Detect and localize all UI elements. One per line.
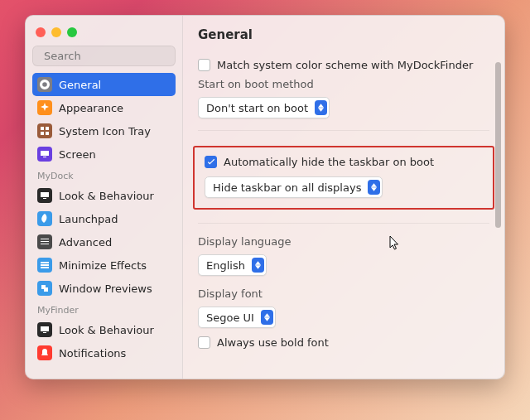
group-color-scheme: Match system color scheme with MyDockFin…	[198, 54, 489, 130]
display-icon	[37, 188, 52, 203]
windows-icon	[37, 281, 52, 296]
dropdown-arrows-icon	[261, 310, 273, 325]
sidebar-item-label: Window Previews	[59, 282, 152, 295]
sidebar-item-label: Notifications	[59, 347, 126, 360]
font-value: Segoe UI	[206, 311, 254, 324]
settings-window: GeneralAppearanceSystem Icon TrayScreenM…	[25, 15, 505, 379]
main-panel: General Match system color scheme with M…	[183, 16, 504, 379]
sidebar-item-label: General	[59, 79, 101, 91]
search-input[interactable]	[44, 50, 185, 62]
sidebar-item-label: Look & Behaviour	[59, 324, 154, 336]
sidebar-item-notif[interactable]: Notifications	[32, 341, 176, 364]
sidebar-item-label: System Icon Tray	[59, 125, 151, 138]
highlight-box: Automatically hide the taskbar on boot H…	[193, 146, 494, 210]
sidebar-item-appearance[interactable]: Appearance	[32, 96, 176, 119]
close-button[interactable]	[36, 27, 46, 37]
gear-icon	[37, 77, 52, 92]
zoom-button[interactable]	[67, 27, 77, 37]
search-field[interactable]	[32, 46, 176, 66]
sidebar-item-advanced[interactable]: Advanced	[32, 230, 176, 253]
sidebar-item-screen[interactable]: Screen	[32, 142, 176, 166]
language-select[interactable]: English	[198, 254, 267, 276]
auto-hide-display-select[interactable]: Hide taskbar on all displays	[205, 176, 383, 198]
dropdown-arrows-icon	[315, 100, 327, 115]
display-icon	[37, 147, 52, 162]
boot-method-value: Don't start on boot	[206, 102, 308, 114]
window-traffic-lights	[32, 22, 176, 46]
auto-hide-label: Automatically hide the taskbar on boot	[224, 156, 434, 168]
sidebar-item-launchpad[interactable]: Launchpad	[32, 207, 176, 230]
sidebar-item-label: Minimize Effects	[59, 259, 147, 272]
group-language: Display language English Display font Se…	[198, 223, 489, 367]
rocket-icon	[37, 211, 52, 226]
bold-font-label: Always use bold font	[217, 336, 329, 349]
boot-method-select[interactable]: Don't start on boot	[198, 97, 330, 118]
sidebar-item-label: Screen	[59, 148, 96, 161]
page-title: General	[183, 16, 504, 51]
sidebar-item-winprev[interactable]: Window Previews	[32, 277, 176, 300]
sidebar-item-label: Launchpad	[59, 213, 118, 225]
match-color-label: Match system color scheme with MyDockFin…	[217, 59, 473, 71]
font-select[interactable]: Segoe UI	[198, 307, 276, 328]
sidebar-section-title: MyDock	[32, 166, 176, 184]
sidebar-item-minimize[interactable]: Minimize Effects	[32, 253, 176, 277]
sidebar-item-general[interactable]: General	[32, 73, 176, 96]
sidebar-item-systray[interactable]: System Icon Tray	[32, 119, 176, 142]
auto-hide-checkbox[interactable]	[205, 156, 217, 168]
minimize-button[interactable]	[51, 27, 61, 37]
scrollbar-thumb[interactable]	[495, 62, 501, 228]
stack-icon	[37, 258, 52, 273]
font-title: Display font	[198, 287, 489, 300]
sidebar-item-look-dock[interactable]: Look & Behaviour	[32, 184, 176, 207]
main-body: Match system color scheme with MyDockFin…	[183, 51, 504, 379]
sidebar-section-title: MyFinder	[32, 300, 176, 318]
sidebar-item-label: Appearance	[59, 102, 123, 114]
sidebar-item-look-finder[interactable]: Look & Behaviour	[32, 318, 176, 341]
language-value: English	[206, 259, 245, 272]
sliders-icon	[37, 234, 52, 249]
bell-icon	[37, 345, 52, 360]
sidebar-item-label: Advanced	[59, 236, 112, 249]
auto-hide-display-value: Hide taskbar on all displays	[213, 181, 361, 194]
boot-method-title: Start on boot method	[198, 78, 489, 90]
sidebar-item-label: Look & Behaviour	[59, 190, 154, 202]
language-title: Display language	[198, 235, 489, 248]
bold-font-checkbox[interactable]	[198, 336, 210, 349]
dropdown-arrows-icon	[368, 180, 380, 195]
group-taskbar: Automatically hide the taskbar on boot H…	[198, 130, 489, 223]
grid-icon	[37, 123, 52, 138]
sidebar-nav: GeneralAppearanceSystem Icon TrayScreenM…	[32, 73, 176, 379]
sparkle-icon	[37, 100, 52, 115]
display-icon	[37, 322, 52, 337]
dropdown-arrows-icon	[252, 258, 264, 273]
sidebar: GeneralAppearanceSystem Icon TrayScreenM…	[26, 16, 183, 379]
match-color-checkbox[interactable]	[198, 59, 210, 71]
